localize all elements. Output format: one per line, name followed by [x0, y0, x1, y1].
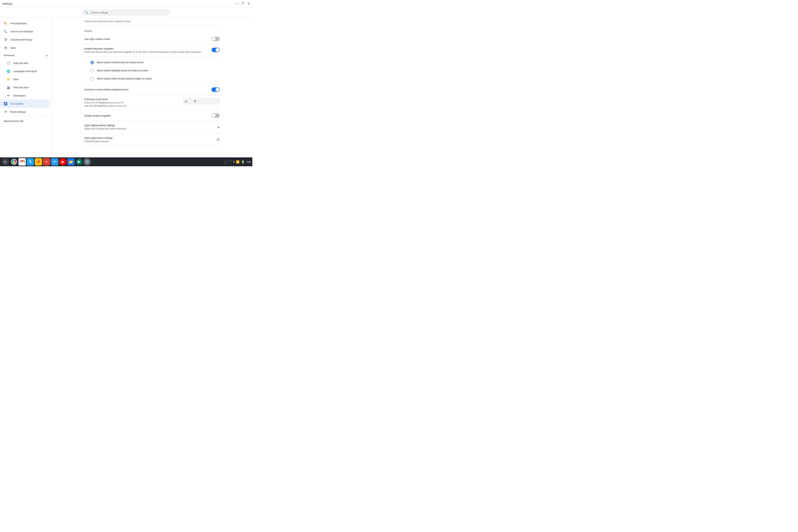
phone-icon[interactable]: 📱	[228, 160, 232, 164]
keyboard-focus-toggle[interactable]	[211, 88, 220, 92]
toggle-track	[211, 88, 220, 92]
magnifier-radio-group: Move screen continuously as mouse moves …	[84, 57, 220, 84]
toggle-thumb	[212, 114, 215, 117]
display-section-header: Display	[84, 26, 220, 34]
radio-move-center[interactable]: Move screen keeping mouse at center of s…	[90, 66, 220, 75]
about-label: About Chrome OS	[4, 120, 23, 122]
taskbar: ⊙ 𝕏 📌 ✔ <t>	[0, 157, 252, 166]
sidebar-item-security-and-privacy[interactable]: 🛡️ Security and Privacy	[0, 36, 50, 43]
code-icon: <>	[7, 94, 10, 97]
keyboard-focus-title: Zoomed in screen follows keyboard focus	[84, 88, 209, 91]
sidebar-item-apps[interactable]: ⊞ Apps	[0, 43, 50, 52]
restore-button[interactable]: ❐	[241, 2, 244, 5]
fullscreen-magnifier-toggle[interactable]	[211, 48, 220, 52]
sidebar-item-files[interactable]: 📁 Files	[0, 75, 50, 83]
folder-icon: 📁	[7, 77, 10, 81]
chevron-right-icon: ▸	[218, 125, 220, 129]
display-device-settings-row[interactable]: Open display device settings Allows you …	[84, 121, 220, 134]
toggle-track	[211, 48, 220, 52]
close-button[interactable]: ✕	[247, 2, 250, 5]
zoom-dropdown[interactable]: 2x ▼	[183, 98, 220, 105]
search-input[interactable]	[90, 11, 168, 14]
display-device-settings-desc: Allows you to adjust your screen resolut…	[84, 127, 215, 130]
taskbar-app-gmail[interactable]	[18, 158, 26, 166]
docked-magnifier-title: Enable docked magnifier	[84, 114, 209, 117]
taskbar-app-chrome[interactable]	[10, 158, 18, 166]
search-icon: 🔍	[85, 11, 89, 14]
sidebar-item-advanced[interactable]: Advanced ▲	[0, 52, 52, 59]
sidebar-item-personalization[interactable]: ✏️ Personalization	[0, 19, 50, 27]
clock-icon: 🕐	[7, 61, 10, 65]
sidebar-item-accessibility[interactable]: ♿ Accessibility	[0, 99, 50, 108]
sidebar-item-label: Apps	[10, 46, 16, 49]
high-contrast-title: Use high contrast mode	[84, 38, 209, 40]
sidebar-item-label: Files	[13, 78, 18, 81]
docked-magnifier-toggle[interactable]	[211, 113, 220, 118]
search-bar[interactable]: 🔍	[82, 9, 171, 16]
sidebar-item-languages-and-inputs[interactable]: 🌐 Languages and inputs	[0, 67, 50, 75]
fullscreen-magnifier-row: Enable fullscreen magnifier Press Ctrl+S…	[84, 44, 220, 57]
sidebar-item-date-and-time[interactable]: 🕐 Date and time	[0, 59, 50, 67]
taskbar-app-play-store[interactable]	[75, 158, 83, 166]
titlebar: Settings — ❐ ✕	[0, 0, 252, 7]
radio-label: Move screen keeping mouse at center of s…	[97, 69, 148, 72]
sidebar-item-developers[interactable]: <> Developers	[0, 92, 50, 99]
sidebar-item-label: Accessibility	[10, 102, 23, 105]
sidebar: ✏️ Personalization 🔍 Search and Assistan…	[0, 18, 52, 157]
zoom-level-desc: Press Ctrl+Alt+Brightness up to zoom in,…	[84, 101, 180, 108]
search-bar-container: 🔍	[0, 7, 252, 18]
screenshot-icon[interactable]: ⬚	[224, 160, 227, 164]
high-contrast-content: Use high contrast mode	[84, 38, 209, 40]
docked-magnifier-row: Enable docked magnifier	[84, 111, 220, 121]
section-label: Display	[84, 30, 92, 32]
clock-display: 3:56	[246, 160, 251, 163]
sidebar-item-label: Developers	[13, 94, 25, 97]
taskbar-app-todoist[interactable]: ✔	[43, 158, 50, 166]
launcher-button[interactable]: ⊙	[1, 158, 9, 166]
battery-icon[interactable]: 🔋	[241, 160, 245, 164]
docked-magnifier-content: Enable docked magnifier	[84, 114, 209, 117]
svg-line-0	[218, 138, 219, 140]
toggle-track	[211, 37, 220, 41]
display-device-settings-title: Open display device settings	[84, 124, 215, 127]
external-link-icon	[217, 138, 220, 142]
taskbar-app-files[interactable]: 📂	[67, 158, 75, 166]
partial-top-text: Select and customize text-to-speech voic…	[84, 18, 220, 26]
fullscreen-magnifier-desc: Press Ctrl+Search+M to turn fullscreen m…	[84, 51, 209, 54]
appearance-settings-row[interactable]: Open appearance settings Customize your …	[84, 134, 220, 146]
sidebar-item-label: Search and Assistant	[10, 30, 33, 33]
app-title: Settings	[2, 2, 12, 5]
taskbar-app-keep[interactable]: 📌	[35, 158, 42, 166]
high-contrast-row: Use high contrast mode	[84, 34, 220, 44]
sidebar-item-label: Reset settings	[10, 111, 25, 113]
partial-text-label: Select and customize text-to-speech voic…	[84, 20, 131, 23]
sidebar-item-label: Personalization	[10, 22, 27, 25]
zoom-value: 2x	[185, 100, 188, 103]
sidebar-item-label: Advanced	[4, 54, 14, 57]
taskbar-app-youtube-music[interactable]: ▶	[59, 158, 66, 166]
fullscreen-magnifier-content: Enable fullscreen magnifier Press Ctrl+S…	[84, 47, 209, 54]
minimize-button[interactable]: —	[235, 2, 238, 5]
radio-label: Move screen continuously as mouse moves	[97, 61, 144, 64]
zoom-level-row: Fullscreen zoom level Press Ctrl+Alt+Bri…	[84, 95, 220, 111]
chevron-up-icon: ▲	[45, 54, 48, 57]
high-contrast-toggle[interactable]	[211, 37, 220, 41]
wifi-icon[interactable]: 📶	[236, 160, 240, 164]
sidebar-item-reset-settings[interactable]: ↺ Reset settings	[0, 108, 50, 116]
taskbar-right: ⬚ 📱 ℹ 📶 🔋 3:56	[224, 160, 251, 164]
pen-icon: ✏️	[4, 21, 7, 25]
toggle-track	[211, 113, 220, 118]
taskbar-app-caret[interactable]: <t>	[51, 158, 58, 166]
radio-move-continuously[interactable]: Move screen continuously as mouse moves	[90, 58, 220, 66]
radio-move-edge[interactable]: Move screen when mouse touches edges of …	[90, 75, 220, 83]
fullscreen-magnifier-title: Enable fullscreen magnifier	[84, 47, 209, 50]
sidebar-item-search-and-assistant[interactable]: 🔍 Search and Assistant	[0, 27, 50, 36]
info-icon[interactable]: ℹ	[233, 160, 234, 164]
sidebar-item-print-and-scan[interactable]: 🖨️ Print and scan	[0, 83, 50, 92]
radio-inner	[91, 61, 93, 63]
taskbar-app-settings[interactable]: ⚙️	[83, 158, 91, 166]
sidebar-item-about-chrome-os[interactable]: About Chrome OS	[0, 117, 52, 125]
keyboard-focus-row: Zoomed in screen follows keyboard focus	[84, 84, 220, 95]
toggle-thumb	[212, 37, 215, 41]
taskbar-app-twitter[interactable]: 𝕏	[26, 158, 34, 166]
